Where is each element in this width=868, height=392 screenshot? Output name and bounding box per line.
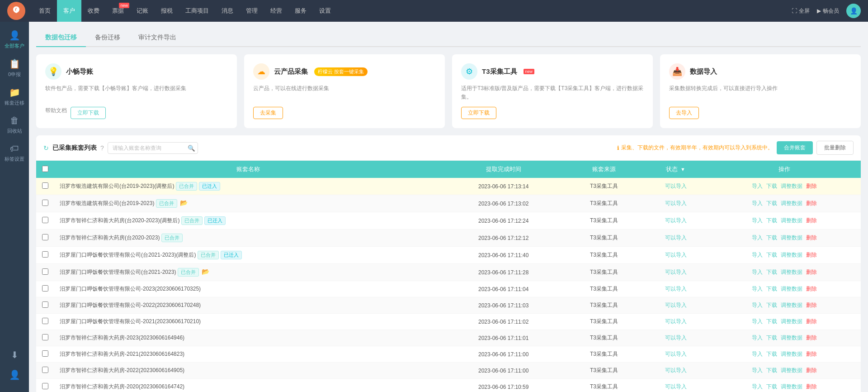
sidebar-item-tag-settings[interactable]: 🏷 标签设置 (0, 139, 29, 167)
adjust-link[interactable]: 调整数据 (781, 234, 802, 242)
sidebar-item-profile[interactable]: 👤 (7, 365, 22, 385)
nav-manage[interactable]: 管理 (240, 0, 264, 22)
adjust-link[interactable]: 调整数据 (781, 367, 802, 374)
t3-download-button[interactable]: 立即下载 (461, 107, 496, 119)
nav-service[interactable]: 服务 (288, 0, 313, 22)
adjust-link[interactable]: 调整数据 (781, 200, 802, 207)
dataimport-button[interactable]: 去导入 (669, 107, 699, 119)
import-link[interactable]: 导入 (752, 182, 763, 190)
download-link[interactable]: 下载 (766, 268, 777, 276)
delete-link[interactable]: 删除 (806, 251, 817, 259)
import-link[interactable]: 导入 (752, 285, 763, 293)
nav-business[interactable]: 工商项目 (179, 0, 215, 22)
import-link[interactable]: 导入 (752, 217, 763, 225)
adjust-link[interactable]: 调整数据 (781, 285, 802, 293)
adjust-link[interactable]: 调整数据 (781, 334, 802, 342)
nav-tax[interactable]: 报税 (155, 0, 179, 22)
row-checkbox[interactable] (42, 217, 48, 223)
adjust-link[interactable]: 调整数据 (781, 217, 802, 225)
help-doc-link[interactable]: 帮助文档 (45, 107, 67, 119)
cloud-collect-button[interactable]: 去采集 (253, 107, 283, 119)
sort-icon[interactable]: ▼ (680, 167, 685, 172)
delete-link[interactable]: 删除 (806, 200, 817, 207)
adjust-link[interactable]: 调整数据 (781, 318, 802, 325)
sidebar-item-zero-declare[interactable]: 📋 0申报 (0, 54, 29, 82)
fullscreen-button[interactable]: ⛶ 全屏 (792, 7, 810, 15)
adjust-link[interactable]: 调整数据 (781, 301, 802, 309)
nav-customer[interactable]: 客户 (57, 0, 81, 22)
import-link[interactable]: 导入 (752, 350, 763, 358)
delete-link[interactable]: 删除 (806, 383, 817, 391)
import-link[interactable]: 导入 (752, 318, 763, 325)
nav-message[interactable]: 消息 (215, 0, 240, 22)
delete-link[interactable]: 删除 (806, 334, 817, 342)
search-input[interactable] (108, 142, 198, 154)
nav-fee[interactable]: 收费 (81, 0, 106, 22)
row-checkbox[interactable] (42, 301, 48, 308)
download-link[interactable]: 下载 (766, 350, 777, 358)
nav-settings[interactable]: 设置 (313, 0, 337, 22)
adjust-link[interactable]: 调整数据 (781, 182, 802, 190)
delete-link[interactable]: 删除 (806, 350, 817, 358)
row-checkbox[interactable] (42, 383, 48, 389)
download-link[interactable]: 下载 (766, 234, 777, 242)
folder-icon[interactable]: 📂 (180, 199, 188, 206)
download-link[interactable]: 下载 (766, 200, 777, 207)
import-link[interactable]: 导入 (752, 301, 763, 309)
import-link[interactable]: 导入 (752, 383, 763, 391)
delete-link[interactable]: 删除 (806, 301, 817, 309)
tab-audit-export[interactable]: 审计文件导出 (129, 29, 185, 47)
import-link[interactable]: 导入 (752, 268, 763, 276)
download-link[interactable]: 下载 (766, 301, 777, 309)
adjust-link[interactable]: 调整数据 (781, 383, 802, 391)
row-checkbox[interactable] (42, 268, 48, 275)
download-link[interactable]: 下载 (766, 217, 777, 225)
row-checkbox[interactable] (42, 318, 48, 324)
delete-link[interactable]: 删除 (806, 367, 817, 374)
member-button[interactable]: ▶ 畅会员 (817, 7, 839, 15)
import-link[interactable]: 导入 (752, 234, 763, 242)
row-checkbox[interactable] (42, 350, 48, 357)
import-link[interactable]: 导入 (752, 367, 763, 374)
select-all-checkbox[interactable] (42, 166, 48, 172)
nav-operation[interactable]: 经营 (264, 0, 288, 22)
sidebar-item-account-migration[interactable]: 📁 账套迁移 (0, 82, 29, 111)
app-logo[interactable] (7, 2, 25, 20)
download-link[interactable]: 下载 (766, 285, 777, 293)
refresh-icon[interactable]: ↻ (43, 144, 49, 152)
download-link[interactable]: 下载 (766, 383, 777, 391)
merge-button[interactable]: 合并账套 (777, 141, 813, 154)
import-link[interactable]: 导入 (752, 334, 763, 342)
search-button[interactable]: 🔍 (188, 144, 195, 151)
sidebar-item-download[interactable]: ⬇ (7, 345, 22, 365)
download-link[interactable]: 下载 (766, 367, 777, 374)
download-link[interactable]: 下载 (766, 334, 777, 342)
adjust-link[interactable]: 调整数据 (781, 251, 802, 259)
delete-link[interactable]: 删除 (806, 285, 817, 293)
download-link[interactable]: 下载 (766, 318, 777, 325)
delete-link[interactable]: 删除 (806, 234, 817, 242)
nav-bookkeeping[interactable]: 记账 (130, 0, 155, 22)
header-checkbox[interactable] (36, 161, 54, 178)
help-icon[interactable]: ? (100, 144, 104, 152)
row-checkbox[interactable] (42, 334, 48, 340)
delete-link[interactable]: 删除 (806, 318, 817, 325)
delete-link[interactable]: 删除 (806, 217, 817, 225)
nav-invoice[interactable]: 票据 new (106, 0, 130, 22)
avatar[interactable]: 👤 (846, 4, 861, 18)
adjust-link[interactable]: 调整数据 (781, 350, 802, 358)
row-checkbox[interactable] (42, 234, 48, 240)
batch-delete-button[interactable]: 批量删除 (816, 141, 854, 155)
sidebar-item-all-customers[interactable]: 👤 全部客户 (0, 25, 29, 54)
row-checkbox[interactable] (42, 251, 48, 258)
nav-home[interactable]: 首页 (33, 0, 57, 22)
sidebar-item-recycle[interactable]: 🗑 回收站 (0, 111, 29, 139)
adjust-link[interactable]: 调整数据 (781, 268, 802, 276)
row-checkbox[interactable] (42, 367, 48, 373)
import-link[interactable]: 导入 (752, 251, 763, 259)
import-link[interactable]: 导入 (752, 200, 763, 207)
delete-link[interactable]: 删除 (806, 268, 817, 276)
tab-backup-migration[interactable]: 备份迁移 (86, 29, 129, 47)
row-checkbox[interactable] (42, 182, 48, 189)
xiaochang-download-button[interactable]: 立即下载 (71, 107, 106, 119)
